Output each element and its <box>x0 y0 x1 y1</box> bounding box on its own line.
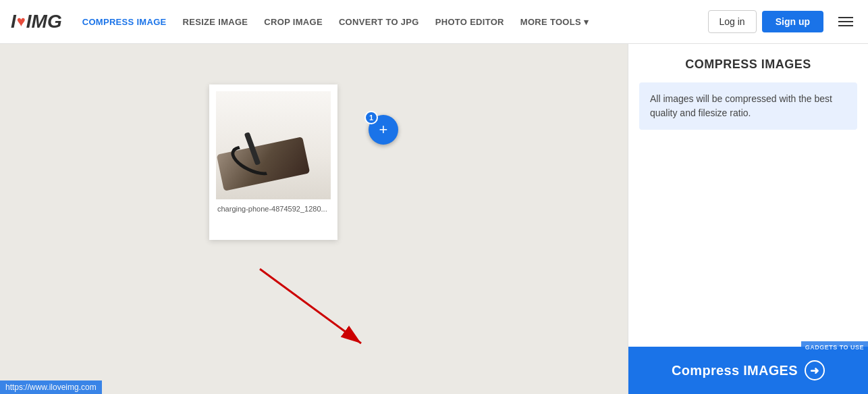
right-sidebar: COMPRESS IMAGES All images will be compr… <box>628 44 868 394</box>
nav-photo-editor[interactable]: PHOTO EDITOR <box>435 17 504 27</box>
sidebar-info-box: All images will be compressed with the b… <box>639 82 857 130</box>
sidebar-spacer <box>628 130 868 347</box>
hamburger-menu-button[interactable] <box>834 13 857 30</box>
nav-convert[interactable]: CONVERT TO JPG <box>339 17 419 27</box>
header-actions: Log in Sign up <box>708 10 857 33</box>
sidebar-info-text: All images will be compressed with the b… <box>650 93 832 118</box>
compress-btn-label: Compress IMAGES <box>672 363 798 378</box>
badge-count: 1 <box>369 114 373 122</box>
login-button[interactable]: Log in <box>708 10 757 33</box>
compress-btn-arrow-icon: ➜ <box>805 360 825 380</box>
logo-heart-icon: ♥ <box>17 13 26 30</box>
nav-compress[interactable]: COMPRESS IMAGE <box>82 17 167 27</box>
nav-more-tools[interactable]: MORE TOOLS ▾ <box>520 17 589 27</box>
compress-btn-container: Compress IMAGES ➜ <box>628 347 868 394</box>
hamburger-line-1 <box>838 17 853 18</box>
nav-crop[interactable]: CROP IMAGE <box>264 17 323 27</box>
main-layout: charging-phone-4874592_1280... 1 + https… <box>0 44 868 394</box>
sidebar-title: COMPRESS IMAGES <box>628 44 868 82</box>
hamburger-line-2 <box>838 21 853 22</box>
image-card: charging-phone-4874592_1280... <box>209 84 337 240</box>
add-more-images-button[interactable]: 1 + <box>369 115 398 145</box>
watermark: GADGETS TO USE <box>801 341 868 353</box>
logo[interactable]: I ♥ IMG <box>11 11 62 32</box>
nav-resize[interactable]: RESIZE IMAGE <box>183 17 248 27</box>
compress-images-button[interactable]: Compress IMAGES ➜ <box>628 347 868 394</box>
logo-i: I <box>11 11 16 32</box>
header: I ♥ IMG COMPRESS IMAGE RESIZE IMAGE CROP… <box>0 0 868 44</box>
svg-line-1 <box>260 269 361 343</box>
logo-img: IMG <box>26 11 62 32</box>
red-arrow-indicator <box>240 255 388 357</box>
image-preview <box>216 91 331 199</box>
hamburger-line-3 <box>838 25 853 26</box>
image-count-badge: 1 <box>364 111 378 124</box>
image-filename: charging-phone-4874592_1280... <box>216 205 331 213</box>
signup-button[interactable]: Sign up <box>762 11 823 32</box>
main-nav: COMPRESS IMAGE RESIZE IMAGE CROP IMAGE C… <box>82 17 708 27</box>
content-area: charging-phone-4874592_1280... 1 + https… <box>0 44 628 394</box>
url-bar: https://www.iloveimg.com <box>0 380 102 394</box>
plus-icon: + <box>379 122 388 137</box>
image-preview-inner <box>216 91 331 199</box>
